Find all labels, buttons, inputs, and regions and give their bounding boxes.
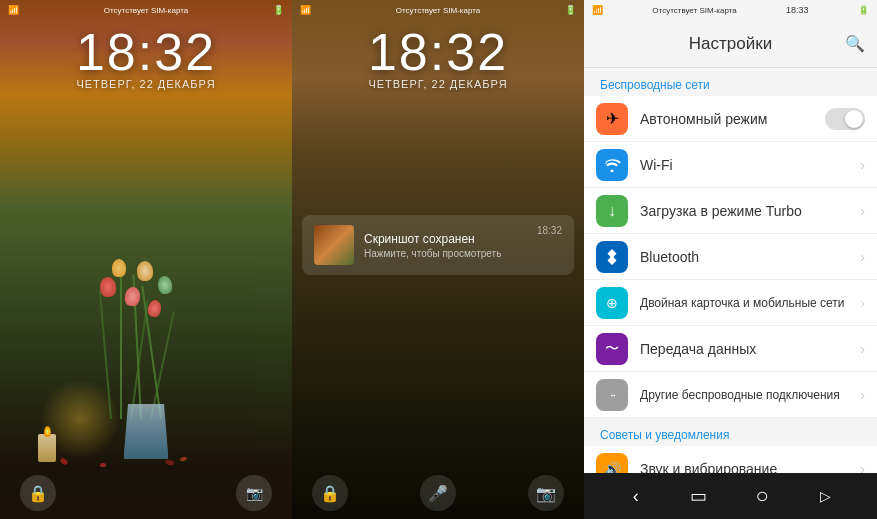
section-header-tips: Советы и уведомления bbox=[584, 418, 877, 446]
left-status-bar: 📶 Отсутствует SIM-карта 🔋 bbox=[0, 0, 292, 20]
left-signal-text: Отсутствует SIM-карта bbox=[104, 6, 188, 15]
otherwireless-label: Другие беспроводные подключения bbox=[640, 388, 860, 402]
notif-lock-icon[interactable]: 🔒 bbox=[312, 475, 348, 511]
notification-screen-panel: 📶 Отсутствует SIM-карта 🔋 18:32 ЧЕТВЕРГ,… bbox=[292, 0, 584, 519]
mid-battery: 🔋 bbox=[565, 5, 576, 15]
settings-signal-icon: 📶 bbox=[592, 5, 603, 15]
dualsim-icon: ⊕ bbox=[596, 287, 628, 319]
notification-title: Скриншот сохранен bbox=[364, 232, 527, 246]
turbo-arrow: › bbox=[860, 203, 865, 219]
airplane-icon: ✈ bbox=[596, 103, 628, 135]
sound-icon: 🔊 bbox=[596, 453, 628, 474]
settings-time: 18:33 bbox=[786, 5, 809, 15]
bluetooth-label: Bluetooth bbox=[640, 249, 860, 265]
airplane-label: Автономный режим bbox=[640, 111, 825, 127]
dualsim-arrow: › bbox=[860, 295, 865, 311]
turbo-label: Загрузка в режиме Turbo bbox=[640, 203, 860, 219]
notif-camera-icon[interactable]: 📷 bbox=[528, 475, 564, 511]
settings-nav-bar: ‹ ▭ ○ ▷ bbox=[584, 473, 877, 519]
notification-content: Скриншот сохранен Нажмите, чтобы просмот… bbox=[364, 232, 527, 259]
settings-item-dualsim[interactable]: ⊕ Двойная карточка и мобильные сети › bbox=[584, 280, 877, 326]
settings-battery-icon: 🔋 bbox=[858, 5, 869, 15]
settings-panel: 📶 Отсутствует SIM-карта 18:33 🔋 Настройк… bbox=[584, 0, 877, 519]
notification-card[interactable]: Скриншот сохранен Нажмите, чтобы просмот… bbox=[302, 215, 574, 275]
mid-bottom-nav: 🔒 🎤 📷 bbox=[292, 475, 584, 511]
settings-item-data[interactable]: 〜 Передача данных › bbox=[584, 326, 877, 372]
left-battery: 🔋 bbox=[273, 5, 284, 15]
left-signal-icon: 📶 bbox=[8, 5, 19, 15]
mid-signal-icon: 📶 bbox=[300, 5, 311, 15]
wifi-icon bbox=[596, 149, 628, 181]
settings-item-sound[interactable]: 🔊 Звук и вибрирование › bbox=[584, 446, 877, 473]
settings-item-bluetooth[interactable]: Bluetooth › bbox=[584, 234, 877, 280]
mid-date: ЧЕТВЕРГ, 22 ДЕКАБРЯ bbox=[292, 78, 584, 90]
mid-status-bar: 📶 Отсутствует SIM-карта 🔋 bbox=[292, 0, 584, 20]
mid-signal-text: Отсутствует SIM-карта bbox=[396, 6, 480, 15]
airplane-toggle[interactable] bbox=[825, 108, 865, 130]
settings-item-wifi[interactable]: Wi-Fi › bbox=[584, 142, 877, 188]
turbo-icon: ↓ bbox=[596, 195, 628, 227]
mid-time: 18:32 bbox=[292, 22, 584, 82]
data-icon: 〜 bbox=[596, 333, 628, 365]
notification-thumbnail bbox=[314, 225, 354, 265]
sound-arrow: › bbox=[860, 461, 865, 474]
lock-phone-icon[interactable]: 📷 bbox=[236, 475, 272, 511]
left-lock-bottom: 🔒 📷 bbox=[0, 475, 292, 511]
notification-subtitle: Нажмите, чтобы просмотреть bbox=[364, 248, 527, 259]
left-lock-date: ЧЕТВЕРГ, 22 ДЕКАБРЯ bbox=[0, 78, 292, 90]
otherwireless-icon: ··· bbox=[596, 379, 628, 411]
data-label: Передача данных bbox=[640, 341, 860, 357]
wifi-label: Wi-Fi bbox=[640, 157, 860, 173]
wifi-arrow: › bbox=[860, 157, 865, 173]
settings-status-bar: 📶 Отсутствует SIM-карта 18:33 🔋 bbox=[584, 0, 877, 20]
settings-signal-text: Отсутствует SIM-карта bbox=[652, 6, 736, 15]
data-arrow: › bbox=[860, 341, 865, 357]
notif-mic-icon[interactable]: 🎤 bbox=[420, 475, 456, 511]
settings-item-turbo[interactable]: ↓ Загрузка в режиме Turbo › bbox=[584, 188, 877, 234]
settings-item-otherwireless[interactable]: ··· Другие беспроводные подключения › bbox=[584, 372, 877, 418]
otherwireless-arrow: › bbox=[860, 387, 865, 403]
bluetooth-icon bbox=[596, 241, 628, 273]
lock-icon[interactable]: 🔒 bbox=[20, 475, 56, 511]
settings-title: Настройки bbox=[689, 34, 772, 54]
sound-label: Звук и вибрирование bbox=[640, 461, 860, 474]
nav-back-button[interactable]: ‹ bbox=[618, 478, 654, 514]
dualsim-label: Двойная карточка и мобильные сети bbox=[640, 296, 860, 310]
nav-home-button[interactable]: ○ bbox=[744, 478, 780, 514]
search-icon[interactable]: 🔍 bbox=[845, 34, 865, 53]
settings-list: Беспроводные сети ✈ Автономный режим Wi-… bbox=[584, 68, 877, 473]
nav-recents-button[interactable]: ▭ bbox=[681, 478, 717, 514]
settings-item-airplane[interactable]: ✈ Автономный режим bbox=[584, 96, 877, 142]
section-header-wireless: Беспроводные сети bbox=[584, 68, 877, 96]
notification-timestamp: 18:32 bbox=[537, 225, 562, 236]
bluetooth-arrow: › bbox=[860, 249, 865, 265]
lock-screen-panel: 📶 Отсутствует SIM-карта 🔋 18:32 ЧЕТВЕРГ,… bbox=[0, 0, 292, 519]
left-lock-time: 18:32 bbox=[0, 22, 292, 82]
nav-triangle-button[interactable]: ▷ bbox=[807, 478, 843, 514]
settings-header: Настройки 🔍 bbox=[584, 20, 877, 68]
